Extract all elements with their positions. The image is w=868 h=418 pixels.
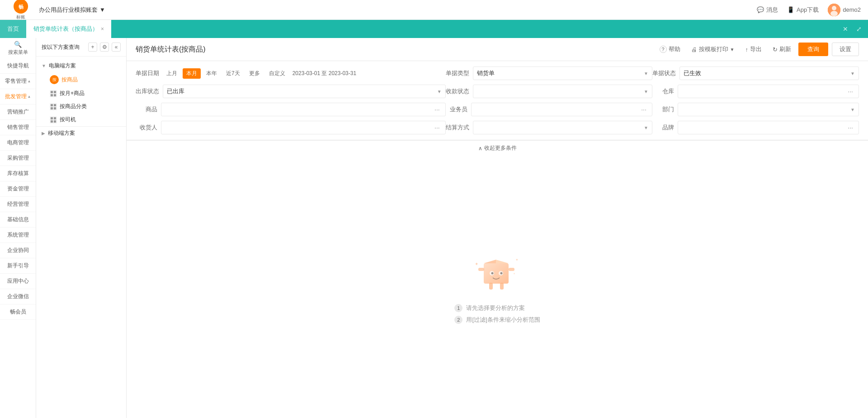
app-download-button[interactable]: 📱 App下载: [787, 6, 819, 14]
docstatus-label: 单据状态: [652, 69, 679, 77]
sidebar-corpwechat[interactable]: 企业微信: [0, 289, 36, 304]
print-button[interactable]: 🖨 按模板打印 ▼: [688, 43, 738, 55]
scheme-by-cashier[interactable]: 按司机: [36, 113, 126, 126]
warehouse-dots-icon[interactable]: ···: [846, 88, 855, 95]
search-menu-label: 搜索菜单: [2, 49, 34, 56]
consignee-dots-icon[interactable]: ···: [433, 124, 442, 131]
sidebar-retail[interactable]: 零售管理: [0, 74, 36, 89]
sidebar-wholesale[interactable]: 批发管理: [0, 89, 36, 104]
logo-text: 标账: [16, 14, 25, 20]
date-tab-this-month[interactable]: 本月: [183, 68, 201, 79]
mobile-section-label: 移动端方案: [48, 129, 75, 137]
date-tab-last-month[interactable]: 上月: [163, 68, 181, 79]
doctype-dropdown[interactable]: 销货单 ▼: [473, 66, 652, 80]
outstatus-label: 出库状态: [136, 87, 163, 95]
message-button[interactable]: 💬 消息: [757, 6, 778, 14]
appcenter-label: 应用中心: [7, 277, 29, 285]
product-dots-icon[interactable]: ···: [433, 106, 442, 113]
department-label: 部门: [652, 105, 678, 114]
refresh-button[interactable]: ↻ 刷新: [769, 43, 795, 55]
tab-home[interactable]: 首页: [0, 20, 26, 38]
docstatus-dropdown[interactable]: 已生效 ▼: [679, 66, 859, 80]
date-tab-7days[interactable]: 近7天: [222, 68, 244, 79]
payment-dropdown[interactable]: ▼: [473, 121, 652, 134]
sidebar-ecommerce[interactable]: 电商管理: [0, 135, 36, 151]
collapse-filter-button[interactable]: ∧ 收起更多条件: [127, 140, 868, 156]
desktop-section-header[interactable]: ▼ 电脑端方案: [36, 59, 126, 72]
sidebar-newguide[interactable]: 新手引导: [0, 258, 36, 274]
brand-input[interactable]: ···: [678, 121, 859, 134]
search-menu-button[interactable]: 🔍 搜索菜单: [0, 38, 36, 58]
workspace-selector[interactable]: 办公用品行业模拟账套 ▼: [39, 6, 105, 14]
help-button[interactable]: ? 帮助: [656, 43, 684, 55]
sidebar-appcenter[interactable]: 应用中心: [0, 274, 36, 289]
tab-report[interactable]: 销货单统计表（按商品） ×: [26, 20, 111, 38]
filter-brand-cell: 品牌 ···: [652, 121, 859, 134]
collapse-panel-button[interactable]: «: [112, 43, 121, 52]
svg-rect-14: [54, 117, 56, 119]
left-panel-actions: + ⚙ «: [88, 43, 121, 52]
salesperson-input[interactable]: ···: [471, 103, 652, 116]
settings-button[interactable]: 设置: [832, 43, 859, 56]
sidebar-quicknav[interactable]: 快捷导航: [0, 58, 36, 74]
empty-state: ✦ ✦ ✦ 1 请先选择要分析的方案 2 用[过滤]条件来缩小分析范围: [127, 156, 868, 418]
product-input[interactable]: ···: [161, 103, 446, 116]
filter-docstatus-cell: 单据状态 已生效 ▼: [652, 66, 859, 80]
date-tab-custom[interactable]: 自定义: [265, 68, 289, 79]
sidebar-purchase[interactable]: 采购管理: [0, 151, 36, 166]
filter-outstatus-cell: 出库状态 已出库 ▼: [136, 85, 446, 98]
marketing-label: 营销推广: [7, 108, 29, 116]
empty-tips: 1 请先选择要分析的方案 2 用[过滤]条件来缩小分析范围: [454, 304, 540, 324]
receiptstatus-dropdown[interactable]: ▼: [473, 85, 652, 98]
date-tab-more[interactable]: 更多: [245, 68, 264, 79]
consignee-input[interactable]: ···: [161, 121, 446, 134]
mobile-section-header[interactable]: ▶ 移动端方案: [36, 126, 126, 140]
filter-row-2: 出库状态 已出库 ▼ 收款状态 ▼ 仓库: [136, 85, 859, 98]
mobile-arrow-icon: ▶: [42, 131, 45, 136]
export-button[interactable]: ↑ 导出: [742, 43, 766, 55]
sidebar-inventory[interactable]: 库存核算: [0, 166, 36, 181]
workspace-name: 办公用品行业模拟账套: [39, 6, 98, 14]
settings-scheme-button[interactable]: ⚙: [100, 43, 109, 52]
date-label: 单据日期: [136, 69, 163, 77]
tab-expand-btn[interactable]: ⤢: [854, 24, 864, 34]
sidebar-member[interactable]: 畅会员: [0, 304, 36, 320]
svg-point-20: [491, 272, 494, 275]
sidebar-finance[interactable]: 资金管理: [0, 181, 36, 197]
tip-num-1: 1: [454, 304, 462, 312]
salesperson-dots-icon[interactable]: ···: [639, 106, 648, 113]
scheme-by-cashier-label: 按司机: [60, 116, 76, 124]
svg-text:✦: ✦: [513, 272, 515, 275]
header-right: 💬 消息 📱 App下载 demo2: [757, 4, 861, 16]
scheme-icon-cashier: [50, 116, 57, 124]
outstatus-dropdown[interactable]: 已出库 ▼: [163, 85, 446, 98]
user-menu[interactable]: demo2: [828, 4, 861, 16]
svg-rect-6: [54, 91, 56, 93]
query-button[interactable]: 查询: [798, 43, 828, 56]
app-label: App下载: [797, 6, 819, 14]
date-tab-this-year[interactable]: 本年: [203, 68, 221, 79]
scheme-by-month-product[interactable]: 按月+商品: [36, 87, 126, 100]
empty-tip-1: 1 请先选择要分析的方案: [454, 304, 540, 312]
newguide-label: 新手引导: [7, 262, 29, 270]
enterprise-label: 企业协同: [7, 247, 29, 254]
sidebar-operation[interactable]: 经营管理: [0, 197, 36, 212]
scheme-by-product-label: 按商品: [61, 76, 78, 84]
export-label: 导出: [750, 45, 762, 53]
scheme-by-product[interactable]: 按 按商品: [36, 72, 126, 87]
tab-close-icon[interactable]: ×: [101, 26, 104, 32]
brand-dots-icon[interactable]: ···: [846, 124, 855, 131]
tab-close-btn[interactable]: ✕: [840, 24, 851, 34]
system-label: 系统管理: [7, 231, 29, 239]
sidebar-basic[interactable]: 基础信息: [0, 212, 36, 228]
svg-rect-10: [54, 104, 56, 106]
sidebar-system[interactable]: 系统管理: [0, 228, 36, 243]
scheme-by-category[interactable]: 按商品分类: [36, 100, 126, 113]
sidebar-marketing[interactable]: 营销推广: [0, 104, 36, 120]
warehouse-input[interactable]: ···: [678, 85, 859, 98]
add-scheme-button[interactable]: +: [88, 43, 97, 52]
sidebar-enterprise[interactable]: 企业协同: [0, 243, 36, 258]
department-dropdown[interactable]: ▼: [678, 103, 859, 116]
sidebar-sales[interactable]: 销售管理: [0, 120, 36, 135]
desktop-section-label: 电脑端方案: [49, 62, 76, 70]
